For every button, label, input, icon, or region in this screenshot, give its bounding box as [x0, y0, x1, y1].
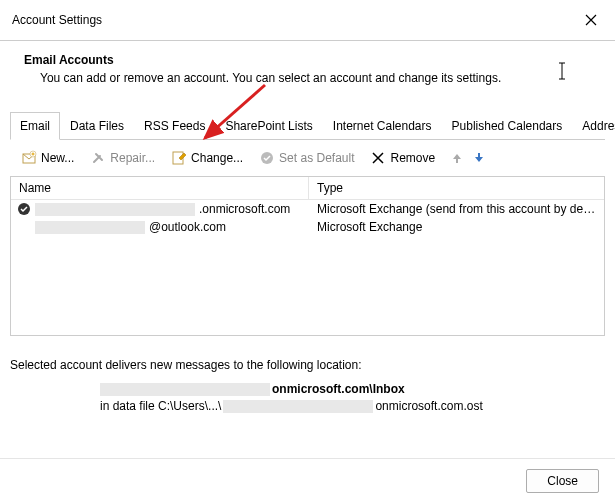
new-button-label: New...	[41, 151, 74, 165]
list-item[interactable]: .onmicrosoft.com Microsoft Exchange (sen…	[11, 200, 604, 218]
move-up-icon[interactable]	[450, 151, 464, 165]
check-circle-icon	[259, 150, 275, 166]
repair-button: Repair...	[83, 146, 162, 170]
change-button-label: Change...	[191, 151, 243, 165]
account-type: Microsoft Exchange (send from this accou…	[309, 200, 604, 218]
tab-rss-feeds[interactable]: RSS Feeds	[134, 112, 215, 140]
close-button[interactable]: Close	[526, 469, 599, 493]
repair-button-label: Repair...	[110, 151, 155, 165]
toolbar: New... Repair... Change... Set as Defaul…	[10, 140, 605, 176]
change-icon	[171, 150, 187, 166]
redacted-text	[223, 400, 373, 413]
remove-icon	[370, 150, 386, 166]
location-path-suffix: onmicrosoft.com\Inbox	[272, 382, 405, 396]
tab-address-books[interactable]: Address Books	[572, 112, 615, 140]
account-name-suffix: .onmicrosoft.com	[199, 202, 290, 216]
tab-email[interactable]: Email	[10, 112, 60, 140]
repair-icon	[90, 150, 106, 166]
location-datafile-prefix: in data file C:\Users\...\	[100, 399, 221, 413]
close-icon[interactable]	[579, 8, 603, 32]
tab-internet-calendars[interactable]: Internet Calendars	[323, 112, 442, 140]
move-down-icon[interactable]	[472, 151, 486, 165]
change-button[interactable]: Change...	[164, 146, 250, 170]
list-item[interactable]: @outlook.com Microsoft Exchange	[11, 218, 604, 236]
window-title: Account Settings	[12, 13, 102, 27]
account-list: Name Type .onmicrosoft.com Microsoft Exc…	[10, 176, 605, 336]
tab-data-files[interactable]: Data Files	[60, 112, 134, 140]
column-header-type[interactable]: Type	[309, 177, 604, 199]
location-heading: Selected account delivers new messages t…	[10, 358, 605, 372]
remove-button-label: Remove	[390, 151, 435, 165]
tab-bar: Email Data Files RSS Feeds SharePoint Li…	[10, 111, 605, 140]
remove-button[interactable]: Remove	[363, 146, 442, 170]
spacer	[17, 220, 31, 234]
tab-sharepoint-lists[interactable]: SharePoint Lists	[215, 112, 322, 140]
tab-published-calendars[interactable]: Published Calendars	[442, 112, 573, 140]
redacted-text	[35, 203, 195, 216]
redacted-text	[35, 221, 145, 234]
account-name-suffix: @outlook.com	[149, 220, 226, 234]
default-check-icon	[17, 202, 31, 216]
location-datafile-suffix: onmicrosoft.com.ost	[375, 399, 482, 413]
redacted-text	[100, 383, 270, 396]
set-default-button: Set as Default	[252, 146, 361, 170]
column-header-name[interactable]: Name	[11, 177, 309, 199]
page-description: You can add or remove an account. You ca…	[24, 71, 597, 85]
new-icon	[21, 150, 37, 166]
new-button[interactable]: New...	[14, 146, 81, 170]
page-title: Email Accounts	[24, 53, 597, 67]
account-type: Microsoft Exchange	[309, 218, 604, 236]
set-default-button-label: Set as Default	[279, 151, 354, 165]
